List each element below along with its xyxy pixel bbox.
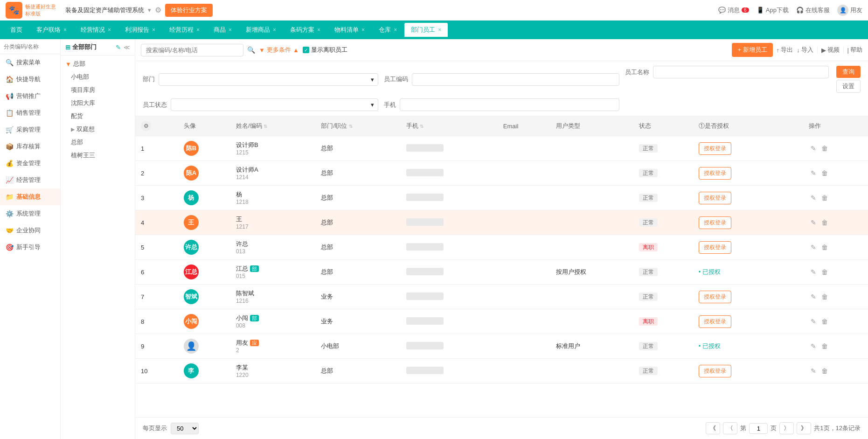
col-phone[interactable]: 手机 ⇅ — [401, 116, 498, 136]
message-button[interactable]: 💬 消息 6 — [718, 6, 749, 14]
close-icon[interactable]: × — [63, 27, 67, 33]
close-icon[interactable]: × — [196, 27, 200, 33]
tab-profit[interactable]: 利润报告× — [118, 23, 162, 37]
import-button[interactable]: ↓ 导入 — [797, 46, 813, 54]
edit-button[interactable]: ✎ — [809, 218, 818, 227]
gear-icon[interactable]: ⚙ — [155, 6, 161, 14]
delete-button[interactable]: 🗑 — [819, 267, 830, 277]
last-page-button[interactable]: 》 — [797, 422, 811, 434]
app-download-button[interactable]: 📱 App下载 — [757, 6, 789, 14]
dept-node-zongbu[interactable]: 总部 — [61, 136, 135, 149]
dept-node-parent[interactable]: ▼ 总部 — [61, 57, 135, 70]
code-filter-input[interactable] — [412, 73, 619, 86]
tab-add-goods[interactable]: 新增商品× — [239, 23, 283, 37]
delete-button[interactable]: 🗑 — [819, 366, 830, 376]
auth-login-button[interactable]: 授权登录 — [699, 365, 731, 377]
help-button[interactable]: | 帮助 — [847, 46, 862, 54]
edit-button[interactable]: ✎ — [809, 267, 818, 277]
col-dept[interactable]: 部门/职位 ⇅ — [315, 116, 400, 136]
col-name[interactable]: 姓名/编码 ⇅ — [230, 116, 315, 136]
current-page-input[interactable] — [749, 423, 768, 434]
close-icon[interactable]: × — [108, 27, 111, 33]
delete-button[interactable]: 🗑 — [819, 193, 830, 202]
delete-button[interactable]: 🗑 — [819, 144, 830, 153]
tab-bom[interactable]: 物料清单× — [328, 23, 371, 37]
dept-node-xiaodibu[interactable]: 小电部 — [61, 70, 135, 84]
edit-button[interactable]: ✎ — [809, 366, 818, 376]
dept-edit-icon[interactable]: ✎ — [116, 44, 121, 51]
sidebar-item-marketing[interactable]: 📢 营销推广 — [0, 88, 60, 105]
col-settings[interactable]: ⚙ — [135, 116, 178, 136]
sidebar-item-collab[interactable]: 🤝 企业协同 — [0, 222, 60, 239]
export-button[interactable]: ↑ 导出 — [777, 46, 793, 54]
auth-login-button[interactable]: 授权登录 — [699, 167, 731, 180]
tab-goods[interactable]: 商品× — [207, 23, 238, 37]
delete-button[interactable]: 🗑 — [819, 243, 830, 252]
sidebar-item-system[interactable]: ⚙️ 系统管理 — [0, 205, 60, 222]
tab-history[interactable]: 经营历程× — [163, 23, 206, 37]
next-page-button[interactable]: 〉 — [779, 422, 794, 434]
sidebar-item-guide[interactable]: 🎯 新手引导 — [0, 239, 60, 256]
edit-button[interactable]: ✎ — [809, 144, 818, 153]
search-button[interactable]: 🔍 — [247, 46, 255, 54]
sidebar-item-purchase[interactable]: 🛒 采购管理 — [0, 121, 60, 138]
tab-home[interactable]: 首页 — [4, 23, 29, 37]
close-icon[interactable]: × — [273, 27, 276, 33]
query-button[interactable]: 查询 — [836, 66, 861, 78]
edit-button[interactable]: ✎ — [809, 168, 818, 178]
user-menu[interactable]: 👤 用友 — [837, 5, 862, 16]
close-icon[interactable]: × — [152, 27, 155, 33]
tab-warehouse[interactable]: 仓库× — [372, 23, 403, 37]
tab-operation[interactable]: 经营情况× — [74, 23, 118, 37]
auth-login-button[interactable]: 授权登录 — [699, 315, 731, 328]
auth-login-button[interactable]: 授权登录 — [699, 142, 731, 155]
sidebar-item-finance[interactable]: 💰 资金管理 — [0, 155, 60, 172]
prev-page-button[interactable]: 〈 — [723, 422, 737, 434]
dept-node-delivery[interactable]: 配货 — [61, 110, 135, 123]
sidebar-item-inventory[interactable]: 📦 库存核算 — [0, 138, 60, 155]
delete-button[interactable]: 🗑 — [819, 317, 830, 326]
auth-login-button[interactable]: 授权登录 — [699, 241, 731, 254]
dept-node-shenyang[interactable]: 沈阳大库 — [61, 97, 135, 110]
all-dept-label[interactable]: ⊞ 全部部门 — [65, 43, 97, 51]
sidebar-item-quicknav[interactable]: 🏠 快捷导航 — [0, 71, 60, 88]
sidebar-item-sales[interactable]: 📋 销售管理 — [0, 105, 60, 121]
status-select[interactable]: ▾ — [171, 98, 378, 111]
first-page-button[interactable]: 《 — [706, 422, 720, 434]
sidebar-item-search[interactable]: 🔍 搜索菜单 — [0, 54, 60, 71]
dept-node-shuangtingxiang[interactable]: ▶ 双庭想 — [61, 123, 135, 136]
delete-button[interactable]: 🗑 — [819, 341, 830, 351]
tab-department[interactable]: 部门员工× — [404, 23, 448, 37]
close-icon[interactable]: × — [361, 27, 365, 33]
dept-select[interactable]: ▾ — [159, 73, 378, 86]
auth-login-button[interactable]: 授权登录 — [699, 291, 731, 303]
edit-button[interactable]: ✎ — [809, 317, 818, 326]
online-service-button[interactable]: 🎧 在线客服 — [796, 6, 830, 14]
auth-login-button[interactable]: 授权登录 — [699, 192, 731, 204]
delete-button[interactable]: 🗑 — [819, 218, 830, 227]
sidebar-search-input[interactable] — [4, 43, 61, 50]
dept-collapse-icon[interactable]: ≪ — [124, 44, 130, 51]
close-icon[interactable]: × — [394, 27, 397, 33]
edit-button[interactable]: ✎ — [809, 292, 818, 301]
name-filter-input[interactable] — [653, 66, 829, 78]
dept-node-project[interactable]: 项目库房 — [61, 84, 135, 97]
close-icon[interactable]: × — [229, 27, 232, 33]
tab-customer[interactable]: 客户联络× — [30, 23, 73, 37]
edit-button[interactable]: ✎ — [809, 243, 818, 252]
close-icon[interactable]: × — [317, 27, 320, 33]
edit-button[interactable]: ✎ — [809, 193, 818, 202]
video-button[interactable]: ▶ 视频 — [821, 46, 840, 54]
phone-filter-input[interactable] — [400, 98, 619, 111]
dept-node-zhishu[interactable]: 植树王三 — [61, 149, 135, 162]
sidebar-item-basic[interactable]: 📁 基础信息 — [0, 188, 60, 205]
more-filter-button[interactable]: ▼ 更多条件 ▲ — [259, 46, 299, 54]
search-input[interactable] — [141, 44, 243, 56]
set-button[interactable]: 设置 — [836, 80, 861, 93]
delete-button[interactable]: 🗑 — [819, 168, 830, 178]
trial-button[interactable]: 体验行业方案 — [165, 4, 213, 17]
delete-button[interactable]: 🗑 — [819, 292, 830, 301]
show-inactive-toggle[interactable]: ✓ 显示离职员工 — [303, 46, 347, 54]
close-icon[interactable]: × — [438, 27, 441, 33]
tab-barcode[interactable]: 条码方案× — [284, 23, 327, 37]
